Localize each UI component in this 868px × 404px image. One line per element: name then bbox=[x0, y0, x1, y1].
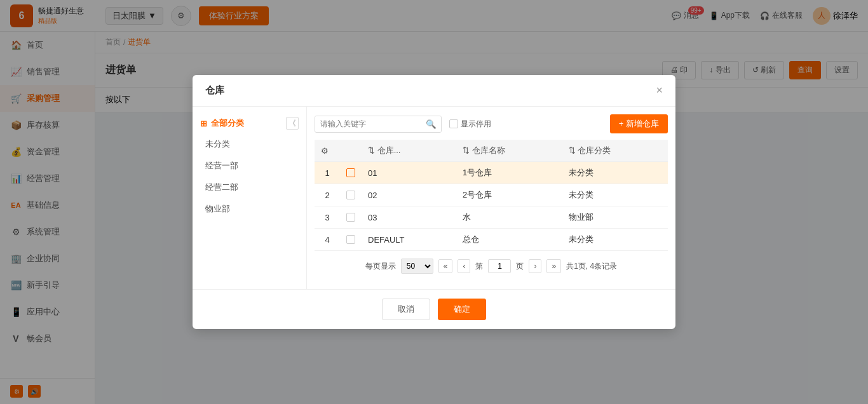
col-header-name: ⇅ 仓库名称 bbox=[456, 140, 562, 162]
cancel-button[interactable]: 取消 bbox=[382, 299, 430, 320]
col-header-check bbox=[340, 140, 362, 162]
row-checkbox[interactable] bbox=[340, 206, 362, 229]
sort-cat-icon: ⇅ bbox=[569, 145, 576, 155]
first-page-button[interactable]: « bbox=[438, 259, 453, 273]
sort-name-icon: ⇅ bbox=[463, 145, 470, 155]
show-disabled-option[interactable]: 显示停用 bbox=[449, 119, 491, 130]
prev-page-button[interactable]: ‹ bbox=[458, 259, 470, 273]
row-num: 2 bbox=[315, 184, 340, 206]
table-header-row: ⚙ ⇅ 仓库... ⇅ 仓库名称 bbox=[315, 140, 668, 162]
search-button[interactable]: 🔍 bbox=[421, 116, 442, 132]
warehouse-table: ⚙ ⇅ 仓库... ⇅ 仓库名称 bbox=[315, 140, 668, 251]
category-item-dept1[interactable]: 经营一部 bbox=[193, 155, 306, 177]
grid-icon: ⊞ bbox=[200, 119, 207, 128]
category-item-unclassified[interactable]: 未分类 bbox=[193, 133, 306, 155]
search-input[interactable] bbox=[315, 116, 421, 131]
row-category: 未分类 bbox=[562, 229, 668, 251]
row-num: 4 bbox=[315, 229, 340, 251]
page-number-input[interactable] bbox=[488, 259, 511, 273]
row-name: 1号仓库 bbox=[456, 162, 562, 184]
table-row[interactable]: 1 01 1号仓库 未分类 bbox=[315, 162, 668, 184]
row-name: 水 bbox=[456, 206, 562, 229]
row-category: 未分类 bbox=[562, 162, 668, 184]
modal-body: ⊞ 全部分类 《 未分类 经营一部 经营二部 物业部 bbox=[193, 107, 675, 289]
table-toolbar: 🔍 显示停用 + 新增仓库 bbox=[315, 114, 668, 133]
col-header-category: ⇅ 仓库分类 bbox=[562, 140, 668, 162]
col-header-gear: ⚙ bbox=[315, 140, 340, 162]
category-item-property[interactable]: 物业部 bbox=[193, 198, 306, 220]
last-page-button[interactable]: » bbox=[546, 259, 561, 273]
col-header-code: ⇅ 仓库... bbox=[362, 140, 456, 162]
per-page-select[interactable]: 50 100 200 bbox=[401, 259, 433, 274]
row-checkbox[interactable] bbox=[340, 229, 362, 251]
row-code: 03 bbox=[362, 206, 456, 229]
confirm-button[interactable]: 确定 bbox=[438, 299, 486, 320]
category-item-dept2[interactable]: 经营二部 bbox=[193, 177, 306, 198]
modal-title: 仓库 bbox=[205, 84, 224, 97]
table-row[interactable]: 4 DEFAULT 总仓 未分类 bbox=[315, 229, 668, 251]
table-row[interactable]: 2 02 2号仓库 未分类 bbox=[315, 184, 668, 206]
category-all-button[interactable]: ⊞ 全部分类 bbox=[200, 118, 244, 129]
new-warehouse-button[interactable]: + 新增仓库 bbox=[610, 114, 668, 133]
row-num: 3 bbox=[315, 206, 340, 229]
row-checkbox[interactable] bbox=[340, 184, 362, 206]
table-panel: 🔍 显示停用 + 新增仓库 ⚙ bbox=[307, 107, 675, 289]
row-code: DEFAULT bbox=[362, 229, 456, 251]
modal-header: 仓库 × bbox=[193, 75, 675, 107]
category-panel: ⊞ 全部分类 《 未分类 经营一部 经营二部 物业部 bbox=[193, 107, 307, 289]
pagination: 每页显示 50 100 200 « ‹ 第 页 › » 共1页, 4条记录 bbox=[315, 251, 668, 281]
search-box: 🔍 bbox=[315, 116, 442, 133]
gear-col-icon: ⚙ bbox=[321, 146, 329, 156]
row-name: 总仓 bbox=[456, 229, 562, 251]
search-icon: 🔍 bbox=[426, 119, 437, 129]
modal-overlay[interactable]: 仓库 × ⊞ 全部分类 《 未分类 经营一部 经营二部 物业部 bbox=[0, 0, 868, 404]
table-row[interactable]: 3 03 水 物业部 bbox=[315, 206, 668, 229]
row-num: 1 bbox=[315, 162, 340, 184]
warehouse-modal: 仓库 × ⊞ 全部分类 《 未分类 经营一部 经营二部 物业部 bbox=[193, 75, 675, 329]
show-disabled-checkbox[interactable] bbox=[449, 119, 458, 128]
close-button[interactable]: × bbox=[656, 84, 663, 97]
row-category: 物业部 bbox=[562, 206, 668, 229]
sort-icon: ⇅ bbox=[368, 145, 375, 155]
row-category: 未分类 bbox=[562, 184, 668, 206]
row-code: 01 bbox=[362, 162, 456, 184]
next-page-button[interactable]: › bbox=[529, 259, 541, 273]
row-name: 2号仓库 bbox=[456, 184, 562, 206]
row-checkbox[interactable] bbox=[340, 162, 362, 184]
row-code: 02 bbox=[362, 184, 456, 206]
modal-footer: 取消 确定 bbox=[193, 289, 675, 329]
collapse-button[interactable]: 《 bbox=[286, 117, 299, 130]
category-header: ⊞ 全部分类 《 bbox=[193, 113, 306, 133]
